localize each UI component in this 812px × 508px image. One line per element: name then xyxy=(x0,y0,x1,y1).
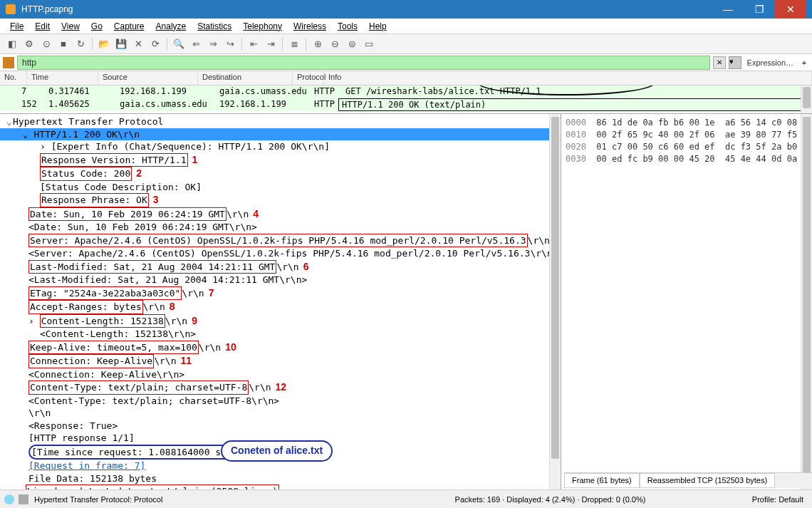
tb-save-icon[interactable]: 💾 xyxy=(113,36,129,52)
menubar: File Edit View Go Capture Analyze Statis… xyxy=(0,19,812,34)
detail-response-phrase[interactable]: Response Phrase: OK3 xyxy=(0,193,561,207)
bytes-tabs: Frame (61 bytes) Reassembled TCP (152503… xyxy=(564,472,812,488)
expert-icon[interactable] xyxy=(4,494,14,504)
tb-zoomout-icon[interactable]: ⊖ xyxy=(327,36,343,52)
close-button[interactable]: ✕ xyxy=(775,0,806,19)
detail-root[interactable]: ⌄Hypertext Transfer Protocol xyxy=(0,115,561,128)
tb-reload-icon[interactable]: ⟳ xyxy=(147,36,163,52)
detail-keepalive[interactable]: Keep-Alive: timeout=5, max=100\r\n10 xyxy=(0,341,561,355)
expression-label[interactable]: Expression… xyxy=(744,58,796,67)
detail-etag[interactable]: ETag: "2524a-3e22aba3a03c0"\r\n7 xyxy=(0,286,561,301)
add-filter-button[interactable]: + xyxy=(799,58,809,67)
tb-close-icon[interactable]: ✕ xyxy=(130,36,146,52)
detail-server[interactable]: Server: Apache/2.4.6 (CentOS) OpenSSL/1.… xyxy=(0,234,561,248)
menu-view[interactable]: View xyxy=(56,20,85,33)
clear-filter-button[interactable]: ✕ xyxy=(713,56,726,69)
menu-wireless[interactable]: Wireless xyxy=(288,20,332,33)
capture-icon[interactable] xyxy=(19,494,28,504)
tb-resize-icon[interactable]: ▭ xyxy=(361,36,377,52)
col-time[interactable]: Time xyxy=(27,71,98,85)
status-center: Packets: 169 · Displayed: 4 (2.4%) · Dro… xyxy=(378,495,722,504)
maximize-button[interactable]: ❐ xyxy=(744,0,775,19)
bookmark-icon[interactable] xyxy=(3,57,14,68)
detail-content-length[interactable]: › Content-Length: 152138\r\n9 xyxy=(0,314,561,328)
detail-response-true[interactable]: <Response: True> xyxy=(0,420,561,432)
detail-server-exp[interactable]: <Server: Apache/2.4.6 (CentOS) OpenSSL/1… xyxy=(0,247,561,260)
tb-prev-icon[interactable]: ⇐ xyxy=(188,36,204,52)
tb-start-icon[interactable]: ⊙ xyxy=(38,36,54,52)
tb-options-icon[interactable]: ⚙ xyxy=(21,36,37,52)
packet-list-header: No. Time Source Destination Protocol Inf… xyxy=(0,71,812,85)
col-no[interactable]: No. xyxy=(0,71,27,85)
menu-analyze[interactable]: Analyze xyxy=(150,20,192,33)
minimize-button[interactable]: — xyxy=(712,0,744,19)
detail-status-desc[interactable]: [Status Code Description: OK] xyxy=(0,181,561,194)
detail-date[interactable]: Date: Sun, 10 Feb 2019 06:24:19 GMT\r\n4 xyxy=(0,207,561,222)
titlebar: HTTP.pcapng — ❐ ✕ xyxy=(0,0,812,19)
menu-tools[interactable]: Tools xyxy=(332,20,363,33)
detail-lastmod[interactable]: Last-Modified: Sat, 21 Aug 2004 14:21:11… xyxy=(0,260,561,274)
tb-find-icon[interactable]: 🔍 xyxy=(171,36,187,52)
hex-line: 0000 86 1d de 0a fb b6 00 1e a6 56 14 c0… xyxy=(566,117,808,129)
tab-reassembled[interactable]: Reassembled TCP (152503 bytes) xyxy=(640,473,775,488)
packet-bytes-pane[interactable]: 0000 86 1d de 0a fb b6 00 1e a6 56 14 c0… xyxy=(561,114,812,508)
tb-open-icon[interactable]: 📂 xyxy=(96,36,112,52)
detail-accept-ranges[interactable]: Accept-Ranges: bytes\r\n8 xyxy=(0,300,561,314)
col-source[interactable]: Source xyxy=(98,71,198,85)
annotation-content-callout: Coneten of alice.txt xyxy=(221,440,333,462)
menu-edit[interactable]: Edit xyxy=(29,20,56,33)
detail-crlf[interactable]: \r\n xyxy=(0,407,561,420)
tb-interfaces-icon[interactable]: ◧ xyxy=(4,36,20,52)
window-title: HTTP.pcapng xyxy=(21,4,712,14)
detail-connection-exp[interactable]: <Connection: Keep-Alive\r\n> xyxy=(0,368,561,381)
packet-row[interactable]: 152 1.405625 gaia.cs.umass.edu 192.168.1… xyxy=(0,98,812,111)
hex-scrollbar[interactable] xyxy=(801,114,812,508)
tb-first-icon[interactable]: ⇤ xyxy=(246,36,261,52)
col-protocol[interactable]: Protocol xyxy=(293,71,324,85)
detail-status-code[interactable]: Status Code: 2002 xyxy=(0,167,561,181)
menu-file[interactable]: File xyxy=(4,20,29,33)
expression-dropdown[interactable]: ▾ xyxy=(729,56,741,69)
packet-list[interactable]: 7 0.317461 192.168.1.199 gaia.cs.umass.e… xyxy=(0,85,812,114)
tb-last-icon[interactable]: ⇥ xyxy=(263,36,279,52)
packet-row[interactable]: 7 0.317461 192.168.1.199 gaia.cs.umass.e… xyxy=(0,85,812,98)
tb-restart-icon[interactable]: ↻ xyxy=(73,36,88,52)
menu-help[interactable]: Help xyxy=(363,20,392,33)
detail-date-exp[interactable]: <Date: Sun, 10 Feb 2019 06:24:19 GMT\r\n… xyxy=(0,221,561,234)
detail-content-type-exp[interactable]: <Content-Type: text/plain; charset=UTF-8… xyxy=(0,395,561,408)
tb-next-icon[interactable]: ⇒ xyxy=(205,36,221,52)
tab-frame[interactable]: Frame (61 bytes) xyxy=(564,473,640,488)
menu-telephony[interactable]: Telephony xyxy=(237,20,288,33)
detail-lastmod-exp[interactable]: <Last-Modified: Sat, 21 Aug 2004 14:21:1… xyxy=(0,274,561,286)
tb-goto-icon[interactable]: ↪ xyxy=(222,36,238,52)
packet-details-pane[interactable]: ⌄Hypertext Transfer Protocol ⌄ HTTP/1.1 … xyxy=(0,114,561,508)
col-info[interactable]: Info xyxy=(324,71,812,85)
statusbar: Hypertext Transfer Protocol: Protocol Pa… xyxy=(0,489,812,508)
filter-bar: ✕ ▾ Expression… + xyxy=(0,54,812,71)
hex-line: 0030 00 ed fc b9 00 00 45 20 45 4e 44 0d… xyxy=(566,153,808,165)
tb-zoomin-icon[interactable]: ⊕ xyxy=(310,36,326,52)
col-destination[interactable]: Destination xyxy=(198,71,293,85)
tb-autoscroll-icon[interactable]: ≣ xyxy=(286,36,302,52)
detail-expert-info[interactable]: › [Expert Info (Chat/Sequence): HTTP/1.1… xyxy=(0,140,561,153)
detail-content-length-exp[interactable]: <Content-Length: 152138\r\n> xyxy=(0,328,561,341)
detail-status-line[interactable]: ⌄ HTTP/1.1 200 OK\r\n xyxy=(0,128,561,141)
menu-capture[interactable]: Capture xyxy=(108,20,150,33)
app-icon xyxy=(6,4,16,14)
detail-file-data[interactable]: File Data: 152138 bytes xyxy=(0,472,561,485)
detail-response-version[interactable]: Response Version: HTTP/1.11 xyxy=(0,153,561,167)
menu-go[interactable]: Go xyxy=(85,20,108,33)
status-left: Hypertext Transfer Protocol: Protocol xyxy=(34,495,378,504)
detail-content-type[interactable]: Content-Type: text/plain; charset=UTF-8\… xyxy=(0,380,561,395)
hex-line: 0010 00 2f 65 9c 40 00 2f 06 ae 39 80 77… xyxy=(566,129,808,141)
tb-zoom100-icon[interactable]: ⊜ xyxy=(344,36,360,52)
toolbar: ◧ ⚙ ⊙ ■ ↻ 📂 💾 ✕ ⟳ 🔍 ⇐ ⇒ ↪ ⇤ ⇥ ≣ ⊕ ⊖ ⊜ ▭ xyxy=(0,34,812,54)
menu-statistics[interactable]: Statistics xyxy=(192,20,237,33)
display-filter-input[interactable] xyxy=(17,56,710,70)
detail-connection[interactable]: Connection: Keep-Alive\r\n11 xyxy=(0,354,561,368)
status-profile[interactable]: Profile: Default xyxy=(722,495,808,504)
details-scrollbar-v[interactable] xyxy=(549,114,561,508)
packetlist-scrollbar[interactable] xyxy=(801,85,812,113)
detail-request-in-frame[interactable]: [Request in frame: 7] xyxy=(0,460,561,472)
tb-stop-icon[interactable]: ■ xyxy=(56,36,71,52)
